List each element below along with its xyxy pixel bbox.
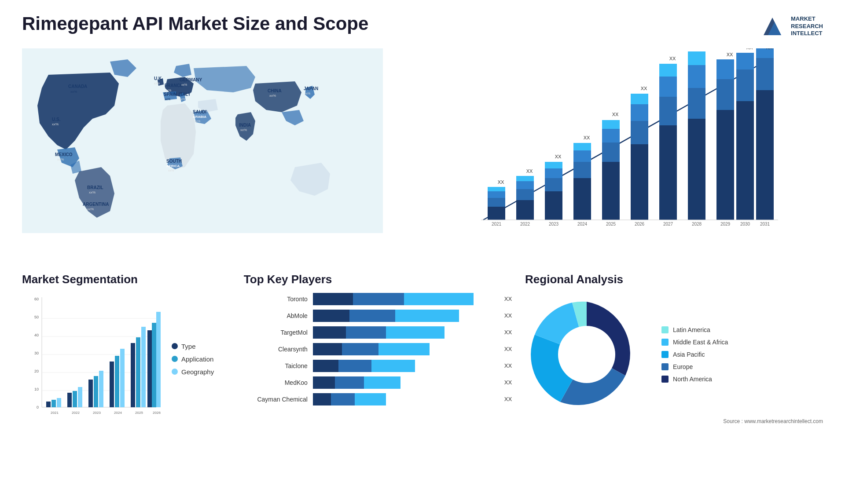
europe-color bbox=[661, 363, 669, 370]
world-map-svg: CANADA xx% U.S. xx% MEXICO xx% BRAZIL xx… bbox=[22, 48, 383, 233]
svg-text:2024: 2024 bbox=[577, 222, 588, 226]
legend-europe: Europe bbox=[661, 363, 728, 370]
logo-icon bbox=[759, 13, 786, 40]
svg-rect-75 bbox=[659, 77, 677, 97]
latin-america-color bbox=[661, 326, 669, 333]
legend-geo-label: Geography bbox=[181, 368, 214, 376]
player-name: Toronto bbox=[244, 296, 308, 303]
svg-rect-51 bbox=[545, 168, 562, 178]
asia-pacific-color bbox=[661, 351, 669, 358]
svg-text:GERMANY: GERMANY bbox=[180, 77, 202, 82]
svg-rect-81 bbox=[688, 65, 705, 88]
player-xx: XX bbox=[504, 376, 512, 389]
pie-chart-svg bbox=[525, 293, 648, 416]
seg-legend: Type Application Geography bbox=[172, 343, 214, 376]
svg-rect-129 bbox=[120, 349, 125, 407]
list-item: Cayman Chemical XX bbox=[244, 393, 512, 405]
players-section: Top Key Players Toronto XX AbMole bbox=[244, 273, 512, 457]
svg-rect-94 bbox=[756, 58, 774, 90]
svg-rect-123 bbox=[88, 380, 93, 407]
player-bar bbox=[313, 293, 496, 305]
north-america-color bbox=[661, 376, 669, 383]
svg-text:xx%: xx% bbox=[165, 89, 171, 92]
svg-text:xx%: xx% bbox=[168, 169, 174, 172]
svg-rect-50 bbox=[545, 178, 562, 191]
svg-rect-125 bbox=[99, 371, 103, 407]
svg-text:U.S.: U.S. bbox=[52, 117, 61, 122]
player-xx: XX bbox=[504, 343, 512, 355]
legend-type-dot bbox=[172, 343, 178, 349]
svg-text:xx%: xx% bbox=[154, 82, 160, 85]
player-bar bbox=[313, 393, 496, 405]
svg-text:XX: XX bbox=[746, 48, 753, 50]
svg-rect-115 bbox=[46, 402, 51, 407]
player-bar bbox=[313, 360, 496, 372]
svg-text:60: 60 bbox=[34, 297, 39, 301]
legend-application: Application bbox=[172, 355, 214, 363]
svg-rect-69 bbox=[631, 104, 648, 121]
svg-text:xx%: xx% bbox=[305, 92, 310, 95]
svg-text:xx%: xx% bbox=[240, 128, 247, 132]
svg-text:xx%: xx% bbox=[52, 122, 59, 126]
svg-rect-63 bbox=[602, 129, 620, 142]
legend-app-label: Application bbox=[181, 355, 213, 363]
list-item: AbMole XX bbox=[244, 310, 512, 322]
page-title: Rimegepant API Market Size and Scope bbox=[22, 13, 368, 34]
svg-text:XX: XX bbox=[583, 135, 590, 140]
europe-label: Europe bbox=[673, 363, 693, 370]
svg-text:xx%: xx% bbox=[195, 120, 200, 123]
svg-rect-93 bbox=[756, 90, 774, 220]
svg-rect-76 bbox=[659, 64, 677, 77]
svg-rect-89 bbox=[736, 101, 754, 220]
svg-text:ARGENTINA: ARGENTINA bbox=[83, 202, 109, 207]
svg-text:ITALY: ITALY bbox=[179, 92, 191, 97]
latin-america-label: Latin America bbox=[673, 326, 710, 333]
svg-text:2030: 2030 bbox=[740, 222, 750, 226]
svg-text:40: 40 bbox=[34, 333, 39, 337]
player-bar-container bbox=[313, 310, 496, 322]
svg-rect-87 bbox=[716, 59, 734, 79]
player-xx: XX bbox=[504, 293, 512, 305]
top-row: CANADA xx% U.S. xx% MEXICO xx% BRAZIL xx… bbox=[22, 48, 823, 259]
player-bar-container bbox=[313, 360, 496, 372]
svg-rect-49 bbox=[545, 191, 562, 220]
svg-rect-132 bbox=[136, 337, 140, 407]
svg-text:JAPAN: JAPAN bbox=[304, 86, 318, 91]
svg-text:INDIA: INDIA bbox=[239, 123, 251, 128]
svg-text:BRAZIL: BRAZIL bbox=[87, 185, 103, 190]
svg-rect-73 bbox=[659, 125, 677, 220]
svg-rect-70 bbox=[631, 94, 648, 104]
player-name: TargetMol bbox=[244, 329, 308, 336]
svg-rect-140 bbox=[156, 312, 161, 407]
list-item: Toronto XX bbox=[244, 293, 512, 305]
svg-text:2026: 2026 bbox=[635, 222, 645, 226]
svg-text:SOUTH: SOUTH bbox=[166, 159, 182, 164]
svg-text:XX: XX bbox=[612, 112, 618, 117]
bar-chart-section: 2021 XX 2022 XX 2023 XX bbox=[448, 48, 823, 259]
svg-text:xx%: xx% bbox=[269, 94, 276, 98]
legend-asia-pacific: Asia Pacific bbox=[661, 351, 728, 358]
svg-text:XX: XX bbox=[555, 154, 561, 159]
svg-rect-64 bbox=[602, 120, 620, 129]
svg-text:2029: 2029 bbox=[720, 222, 731, 226]
svg-rect-55 bbox=[573, 178, 591, 220]
svg-rect-133 bbox=[141, 327, 146, 407]
svg-rect-80 bbox=[688, 88, 705, 119]
list-item: TargetMol XX bbox=[244, 326, 512, 339]
svg-text:2031: 2031 bbox=[760, 222, 770, 226]
svg-rect-121 bbox=[78, 387, 82, 407]
player-name: Taiclone bbox=[244, 362, 308, 369]
seg-chart-svg: 0 10 20 30 40 50 60 bbox=[22, 293, 163, 425]
svg-text:XX: XX bbox=[669, 56, 676, 61]
svg-rect-61 bbox=[602, 162, 620, 220]
svg-rect-57 bbox=[573, 150, 591, 162]
svg-text:MEXICO: MEXICO bbox=[55, 152, 73, 157]
svg-rect-62 bbox=[602, 142, 620, 162]
svg-rect-44 bbox=[516, 189, 534, 200]
regional-section: Regional Analysis bbox=[525, 273, 823, 457]
svg-rect-56 bbox=[573, 162, 591, 178]
player-name: MedKoo bbox=[244, 379, 308, 386]
logo-area: MARKET RESEARCH INTELLECT bbox=[759, 13, 823, 40]
svg-text:2023: 2023 bbox=[549, 222, 559, 226]
segmentation-section: Market Segmentation 0 10 20 30 40 50 60 bbox=[22, 273, 231, 457]
